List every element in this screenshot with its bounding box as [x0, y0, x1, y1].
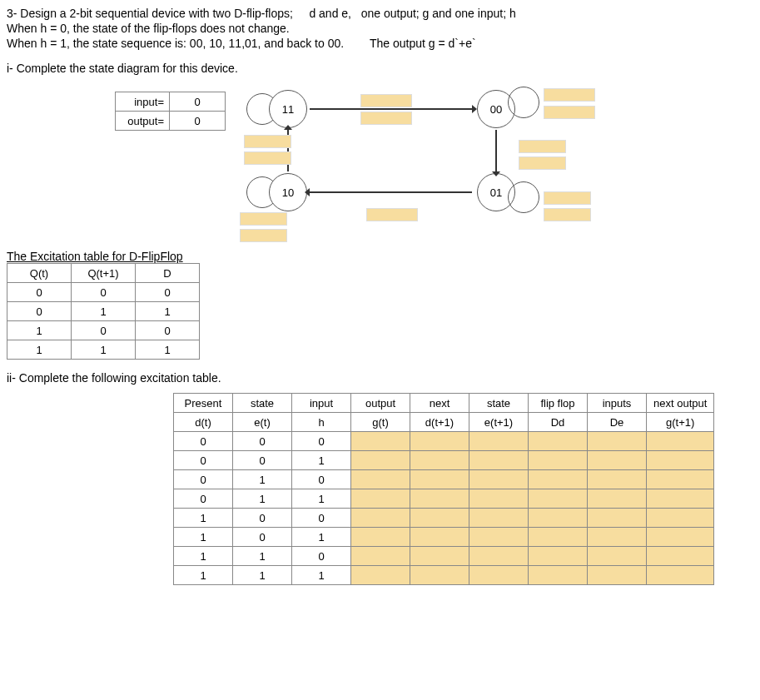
table-row: 011	[174, 489, 714, 509]
section-ii-title: ii- Complete the following excitation ta…	[7, 371, 753, 385]
prompt-text: When h = 1, the state sequence is: 00, 1…	[7, 37, 753, 50]
prompt-text: 3- Design a 2-bit sequential device with…	[7, 7, 753, 20]
state-10: 10	[269, 173, 307, 211]
table-row: 100	[174, 509, 714, 528]
excitation-table: Present state input output next state fl…	[173, 393, 714, 585]
excitation-caption: The Excitation table for D-FlipFlop	[7, 250, 753, 263]
table-row: 000	[174, 432, 714, 451]
state-diagram: input=0 output=0 11 00 10 01	[132, 83, 648, 250]
state-11: 11	[269, 90, 307, 128]
io-table: input=0 output=0	[115, 92, 226, 131]
table-row: 111	[174, 566, 714, 585]
table-row: 110	[174, 547, 714, 566]
d-ff-excitation-table: Q(t) Q(t+1) D 000 011 100 111	[7, 263, 200, 360]
prompt-text: When h = 0, the state of the flip-flops …	[7, 22, 753, 35]
table-row: 010	[174, 470, 714, 489]
table-row: 001	[174, 451, 714, 470]
table-row: 101	[174, 528, 714, 547]
section-i-title: i- Complete the state diagram for this d…	[7, 62, 753, 75]
